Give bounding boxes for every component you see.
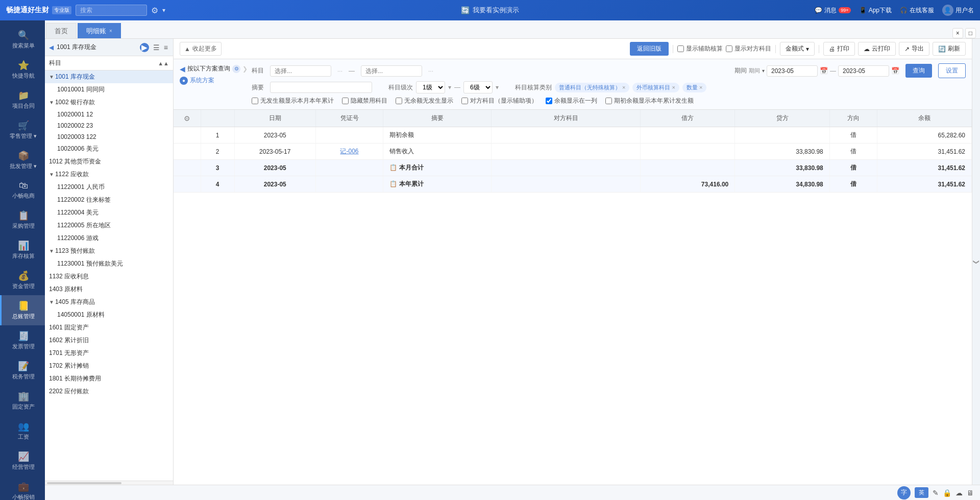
- amount-format-btn[interactable]: 金额式 ▾: [780, 42, 815, 56]
- app-download-btn[interactable]: 📱 App下载: [859, 6, 892, 15]
- show-counter-checkbox-group[interactable]: 显示对方科目: [726, 44, 771, 53]
- cb-balance-one-col[interactable]: [546, 98, 552, 104]
- tab-home[interactable]: 首页: [46, 23, 77, 38]
- tab-close-icon[interactable]: ×: [109, 28, 112, 34]
- table-settings-icon[interactable]: ⚙: [184, 114, 190, 123]
- sidebar-item-inventory[interactable]: 📊 库存核算: [0, 235, 45, 265]
- maximize-btn[interactable]: □: [965, 28, 976, 38]
- tree-item-1122[interactable]: ▼ 1122 应收款: [45, 168, 173, 181]
- sidebar-item-sales-report[interactable]: 💼 小畅报销: [0, 476, 45, 500]
- cb-opening-year[interactable]: [605, 98, 612, 104]
- cat-tag-1-remove[interactable]: ×: [622, 84, 625, 90]
- period-end-input[interactable]: 2023-05: [838, 65, 889, 77]
- scrollbar-track[interactable]: [47, 482, 171, 484]
- cb-no-balance[interactable]: [252, 98, 258, 104]
- sidebar-item-invoice[interactable]: 🧾 发票管理: [0, 325, 45, 355]
- account-end-input[interactable]: [361, 65, 422, 77]
- show-aux-checkbox[interactable]: [677, 45, 684, 52]
- back-arrow-icon[interactable]: ◀: [49, 44, 54, 51]
- tree-item-1702[interactable]: 1702 累计摊销: [45, 360, 173, 372]
- language-btn[interactable]: 英: [915, 487, 928, 498]
- sidebar-item-assets[interactable]: 🏢 固定资产: [0, 386, 45, 416]
- period-calendar-icon[interactable]: 📅: [820, 67, 828, 75]
- period-start-input[interactable]: 2023-05: [767, 65, 818, 77]
- sidebar-item-project[interactable]: 📁 项目合同: [0, 85, 45, 115]
- top-search-input[interactable]: [76, 5, 147, 16]
- tree-item-11220006[interactable]: 11220006 游戏: [45, 232, 173, 245]
- sidebar-item-ecommerce[interactable]: 🛍 小畅电商: [0, 175, 45, 205]
- cb-hide-disabled-label[interactable]: 隐藏禁用科目: [342, 97, 387, 105]
- show-counter-checkbox[interactable]: [726, 45, 732, 52]
- next-account-btn[interactable]: ▶: [140, 43, 149, 52]
- period-dropdown-icon[interactable]: ▾: [762, 68, 765, 74]
- tree-item-10010001[interactable]: 10010001 同同同: [45, 83, 173, 96]
- cb-counterpart[interactable]: [461, 98, 468, 104]
- sidebar-item-quick-nav[interactable]: ⭐ 快捷导航: [0, 55, 45, 85]
- tree-item-1801[interactable]: 1801 长期待摊费用: [45, 372, 173, 385]
- tree-item-11230001[interactable]: 11230001 预付账款美元: [45, 257, 173, 270]
- filter-icon[interactable]: ≡: [163, 42, 169, 53]
- account-start-input[interactable]: [270, 65, 331, 77]
- edit-icon[interactable]: ✎: [933, 489, 939, 497]
- settings-circle-icon[interactable]: ⚙: [232, 65, 240, 73]
- collapse-all-btn[interactable]: ▲▲: [158, 60, 169, 66]
- tree-item-1701[interactable]: 1701 无形资产: [45, 347, 173, 360]
- tree-item-11220001[interactable]: 11220001 人民币: [45, 181, 173, 194]
- tree-item-1002[interactable]: ▼ 1002 银行存款: [45, 96, 173, 109]
- query-btn[interactable]: 查询: [905, 64, 932, 78]
- show-aux-checkbox-group[interactable]: 显示辅助核算: [677, 44, 723, 53]
- sidebar-item-wholesale[interactable]: 📦 批发管理 ▾: [0, 145, 45, 175]
- cb-counterpart-label[interactable]: 对方科目（显示辅助项）: [461, 97, 537, 105]
- tree-item-2202[interactable]: 2202 应付账款: [45, 385, 173, 398]
- export-btn[interactable]: ↗ 导出: [899, 42, 929, 56]
- print-btn[interactable]: 🖨 打印: [823, 42, 855, 56]
- tree-item-10020002[interactable]: 10020002 23: [45, 120, 173, 131]
- online-service-btn[interactable]: 🎧 在线客服: [900, 6, 934, 15]
- settings-action-btn[interactable]: 设置: [938, 63, 966, 78]
- message-btn[interactable]: 💬 消息 99+: [815, 6, 850, 15]
- expand-more-btn[interactable]: ▲ 收起更多: [180, 42, 222, 56]
- tab-detail[interactable]: 明细账 ×: [78, 23, 121, 38]
- cat-tag-2-remove[interactable]: ×: [672, 84, 675, 90]
- cloud-print-btn[interactable]: ☁ 云打印: [858, 42, 896, 56]
- right-collapse-btn[interactable]: ❯: [972, 39, 980, 485]
- cb-no-balance-no-trans-label[interactable]: 无余额无发生显示: [396, 97, 453, 105]
- settings-gear-icon[interactable]: ⚙: [151, 6, 158, 15]
- cb-no-balance-label[interactable]: 无发生额显示本月本年累计: [252, 97, 334, 105]
- tree-item-1602[interactable]: 1602 累计折旧: [45, 334, 173, 347]
- top-chevron-icon[interactable]: ▾: [162, 7, 165, 14]
- user-area[interactable]: 👤 用户名: [942, 5, 974, 16]
- tree-item-1403[interactable]: 1403 原材料: [45, 283, 173, 296]
- system-scheme-btn[interactable]: ● 系统方案: [180, 76, 248, 85]
- tree-item-1601[interactable]: 1601 固定资产: [45, 321, 173, 334]
- tree-item-10020003[interactable]: 10020003 122: [45, 131, 173, 142]
- back-to-old-btn[interactable]: 返回旧版: [630, 42, 669, 56]
- tree-item-1123[interactable]: ▼ 1123 预付账款: [45, 245, 173, 257]
- tree-item-14050001[interactable]: 14050001 原材料: [45, 308, 173, 321]
- collapse-left-icon[interactable]: ◀: [180, 65, 185, 73]
- summary-input[interactable]: [270, 82, 372, 93]
- tree-item-10020001[interactable]: 10020001 12: [45, 109, 173, 120]
- sidebar-item-retail[interactable]: 🛒 零售管理 ▾: [0, 115, 45, 145]
- sidebar-item-tax[interactable]: 📝 税务管理: [0, 355, 45, 386]
- demo-label[interactable]: 我要看实例演示: [473, 6, 519, 15]
- tree-item-11220004[interactable]: 11220004 美元: [45, 206, 173, 219]
- list-view-icon[interactable]: ☰: [152, 42, 161, 53]
- refresh-btn[interactable]: 🔄 刷新: [933, 42, 966, 56]
- cb-balance-one-col-label[interactable]: 余额显示在一列: [546, 97, 597, 105]
- cb-no-balance-no-trans[interactable]: [396, 98, 402, 104]
- tree-item-11220005[interactable]: 11220005 所在地区: [45, 219, 173, 232]
- tree-item-1405[interactable]: ▼ 1405 库存商品: [45, 296, 173, 308]
- tree-item-11220002[interactable]: 11220002 往来标签: [45, 194, 173, 206]
- period-end-calendar-icon[interactable]: 📅: [891, 67, 899, 75]
- sidebar-item-ledger[interactable]: 📒 总账管理: [0, 295, 45, 325]
- level-end-select[interactable]: 6级: [463, 81, 493, 93]
- sidebar-item-search[interactable]: 🔍 搜索菜单: [0, 25, 45, 55]
- translate-btn[interactable]: 字: [897, 486, 911, 499]
- cb-opening-year-label[interactable]: 期初余额显示本年累计发生额: [605, 97, 694, 105]
- sidebar-item-finance[interactable]: 💰 资金管理: [0, 265, 45, 295]
- cloud-bottom-icon[interactable]: ☁: [955, 489, 963, 497]
- sidebar-item-purchase[interactable]: 📋 采购管理: [0, 205, 45, 235]
- cell-voucher-2[interactable]: 记-006: [315, 144, 383, 160]
- monitor-icon[interactable]: 🖥: [967, 489, 974, 497]
